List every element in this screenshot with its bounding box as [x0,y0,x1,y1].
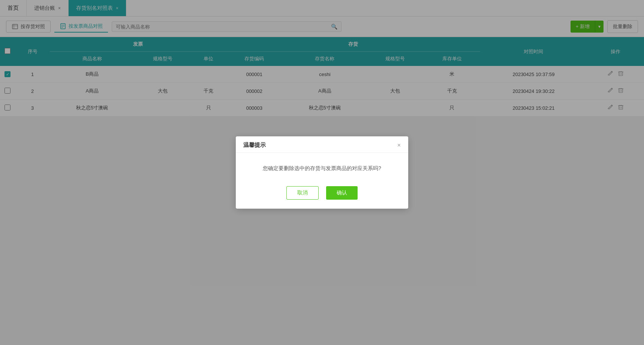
overlay: 温馨提示 × 您确定要删除选中的存货与发票商品的对应关系吗? 取消 确认 [0,0,644,116]
